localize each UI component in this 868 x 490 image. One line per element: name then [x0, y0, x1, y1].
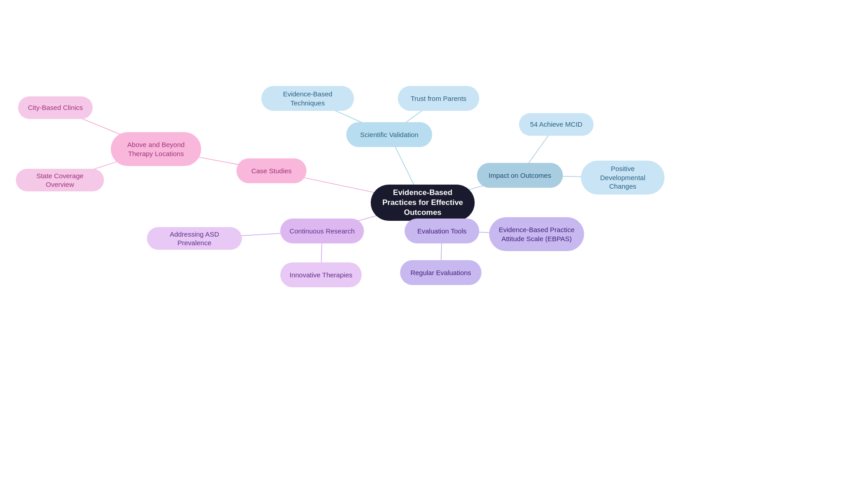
- innovative-therapies-node[interactable]: Innovative Therapies: [280, 262, 362, 287]
- positive-dev-node[interactable]: Positive Developmental Changes: [581, 161, 665, 195]
- impact-outcomes-node[interactable]: Impact on Outcomes: [477, 163, 563, 188]
- achieve-mcid-node[interactable]: 54 Achieve MCID: [519, 113, 594, 136]
- scientific-validation-node[interactable]: Scientific Validation: [346, 122, 432, 147]
- evidence-based-techniques-node[interactable]: Evidence-Based Techniques: [261, 86, 354, 111]
- above-beyond-node[interactable]: Above and Beyond Therapy Locations: [111, 132, 201, 166]
- addressing-asd-node[interactable]: Addressing ASD Prevalence: [147, 227, 242, 250]
- city-clinics-node[interactable]: City-Based Clinics: [18, 96, 93, 119]
- regular-evaluations-node[interactable]: Regular Evaluations: [400, 260, 481, 285]
- case-studies-node[interactable]: Case Studies: [236, 158, 307, 183]
- continuous-research-node[interactable]: Continuous Research: [280, 219, 364, 243]
- trust-from-parents-node[interactable]: Trust from Parents: [398, 86, 479, 111]
- state-coverage-node[interactable]: State Coverage Overview: [16, 169, 104, 191]
- center-node[interactable]: Evidence-Based Practices for Effective O…: [371, 185, 475, 221]
- evaluation-tools-node[interactable]: Evaluation Tools: [405, 219, 479, 243]
- ebpas-node[interactable]: Evidence-Based Practice Attitude Scale (…: [489, 217, 584, 251]
